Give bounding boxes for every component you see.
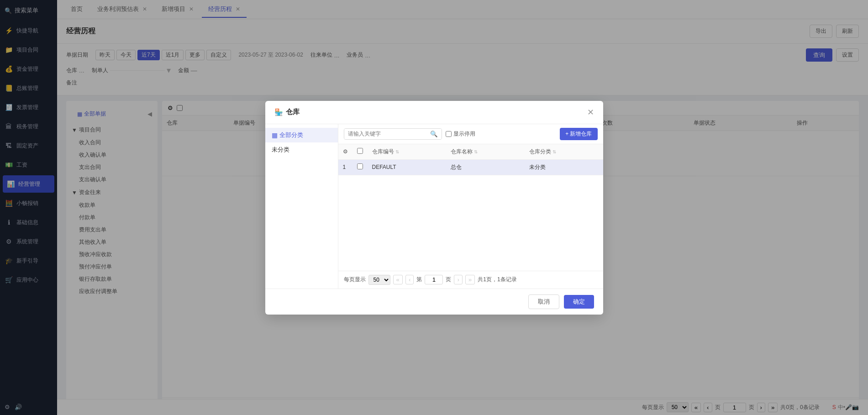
modal-col-name: 仓库名称 ⇅: [446, 144, 525, 160]
warehouse-search-btn[interactable]: 🔍: [426, 129, 442, 139]
tree-item-uncategorized[interactable]: 未分类: [265, 142, 338, 157]
cancel-button[interactable]: 取消: [528, 294, 559, 309]
show-disabled-checkbox[interactable]: [446, 131, 452, 137]
row-check[interactable]: [352, 159, 368, 175]
modal-close-button[interactable]: ✕: [587, 107, 594, 117]
modal-pagination: 每页显示 50 « ‹ 第 页 › » 共1页，1条记录: [338, 271, 603, 289]
modal-last-page-btn[interactable]: »: [465, 275, 475, 284]
warehouse-icon: 🏪: [274, 108, 283, 116]
modal-page-input[interactable]: [425, 275, 443, 284]
table-row[interactable]: 1 DEFAULT 总仓 未分类: [338, 159, 603, 175]
modal-table-container: ⚙ 仓库编号 ⇅ 仓库名称 ⇅ 仓库分类 ⇅ 1 DEFAULT 总仓: [338, 144, 603, 271]
modal-title: 🏪 仓库: [274, 108, 300, 116]
confirm-button[interactable]: 确定: [564, 295, 594, 309]
modal-per-page-select[interactable]: 50: [368, 275, 390, 285]
modal-total-info: 共1页，1条记录: [478, 276, 516, 284]
modal-tree: ▦ 全部分类 未分类: [265, 124, 338, 289]
modal-prev-page-btn[interactable]: ‹: [405, 275, 414, 284]
row-code: DEFAULT: [368, 159, 446, 175]
row-name: 总仓: [446, 159, 525, 175]
modal-footer: 取消 确定: [265, 289, 603, 315]
modal-col-check: [352, 144, 368, 160]
warehouse-search-input[interactable]: [344, 129, 426, 139]
modal-body: ▦ 全部分类 未分类 🔍 显示停用 + 新增仓库: [265, 124, 603, 289]
modal-page-label-prefix: 第: [416, 276, 422, 284]
show-disabled-label[interactable]: 显示停用: [446, 130, 475, 138]
search-input-wrap: 🔍: [344, 128, 442, 140]
modal-header: 🏪 仓库 ✕: [265, 101, 603, 124]
modal-first-page-btn[interactable]: «: [393, 275, 403, 284]
modal-col-code: 仓库编号 ⇅: [368, 144, 446, 160]
tree-all-icon: ▦: [272, 131, 278, 139]
modal-per-page-label: 每页显示: [344, 276, 366, 284]
select-all-checkbox[interactable]: [357, 148, 363, 154]
row-category: 未分类: [525, 159, 603, 175]
modal-right: 🔍 显示停用 + 新增仓库 ⚙ 仓库编号 ⇅ 仓库名称 ⇅: [338, 124, 603, 289]
row-index: 1: [338, 159, 352, 175]
modal-table: ⚙ 仓库编号 ⇅ 仓库名称 ⇅ 仓库分类 ⇅ 1 DEFAULT 总仓: [338, 144, 603, 175]
modal-page-suffix: 页: [446, 276, 451, 284]
row-checkbox[interactable]: [357, 163, 363, 169]
tree-item-all[interactable]: ▦ 全部分类: [265, 128, 338, 142]
modal-col-settings: ⚙: [338, 144, 352, 160]
add-warehouse-button[interactable]: + 新增仓库: [560, 128, 597, 140]
warehouse-modal: 🏪 仓库 ✕ ▦ 全部分类 未分类 🔍 显示停用: [265, 101, 603, 315]
modal-col-category: 仓库分类 ⇅: [525, 144, 603, 160]
modal-next-page-btn[interactable]: ›: [454, 275, 462, 284]
modal-toolbar: 🔍 显示停用 + 新增仓库: [338, 124, 603, 144]
